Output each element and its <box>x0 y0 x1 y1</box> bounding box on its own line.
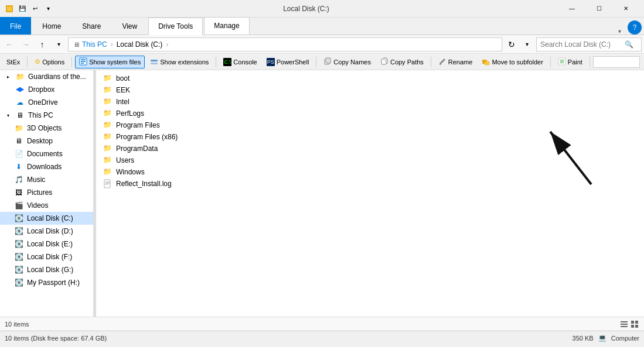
sidebar-item-documents[interactable]: 📄 Documents <box>0 147 93 160</box>
sidebar-item-diske[interactable]: 💽 Local Disk (E:) <box>0 238 93 250</box>
sidebar-label: Local Disk (E:) <box>27 240 73 248</box>
tab-manage[interactable]: Manage <box>204 17 249 35</box>
tab-share[interactable]: Share <box>72 17 111 35</box>
options-icon: ⚙ <box>35 58 40 66</box>
title-bar-icons <box>5 4 14 13</box>
undo-quick-btn[interactable]: ↩ <box>29 3 41 15</box>
maximize-button[interactable]: ☐ <box>585 0 612 18</box>
sidebar-item-downloads[interactable]: ⬇ Downloads <box>0 160 93 173</box>
address-path[interactable]: 🖥 This PC › Local Disk (C:) › <box>68 37 502 51</box>
ribbon-expand-btn[interactable]: ▾ <box>614 28 625 35</box>
search-box[interactable]: 🔍 <box>536 37 642 51</box>
sep3 <box>216 57 216 67</box>
sidebar-item-thispc[interactable]: ▾ 🖥 This PC <box>0 109 93 122</box>
tab-view[interactable]: View <box>112 17 147 35</box>
breadcrumb-thispc[interactable]: This PC <box>82 40 107 49</box>
file-item-intel[interactable]: 📁 Intel <box>96 96 644 108</box>
close-button[interactable]: ✕ <box>612 0 639 18</box>
sidebar-item-pictures[interactable]: 🖼 Pictures <box>0 186 93 199</box>
sidebar-item-dropbox[interactable]: Dropbox <box>0 83 93 96</box>
sidebar-item-videos[interactable]: 🎬 Videos <box>0 199 93 212</box>
save-quick-btn[interactable]: 💾 <box>16 3 28 15</box>
tab-drivetools[interactable]: Drive Tools <box>148 18 203 35</box>
file-name: EEK <box>116 86 130 94</box>
console-btn[interactable]: C:\ Console <box>219 56 261 68</box>
sidebar-label: Dropbox <box>28 85 54 94</box>
sidebar-item-diskd[interactable]: 💽 Local Disk (D:) <box>0 225 93 238</box>
paint-icon <box>558 57 566 67</box>
sidebar-item-diskg[interactable]: 💽 Local Disk (G:) <box>0 263 93 276</box>
breadcrumb-localdisk[interactable]: Local Disk (C:) <box>117 40 163 49</box>
file-name: ProgramData <box>116 145 158 153</box>
move-subfolder-icon <box>482 57 490 67</box>
minimize-button[interactable]: — <box>558 0 585 18</box>
options-btn[interactable]: ⚙ Options <box>30 56 69 68</box>
sidebar-item-passport[interactable]: 💽 My Passport (H:) <box>0 276 93 289</box>
file-name: boot <box>116 74 130 83</box>
sidebar-item-music[interactable]: 🎵 Music <box>0 173 93 186</box>
svg-rect-17 <box>631 321 634 324</box>
address-bar-actions: ↻ ▾ <box>505 37 534 51</box>
sidebar-item-diskc[interactable]: 💽 Local Disk (C:) <box>0 212 93 225</box>
sidebar-item-diskf[interactable]: 💽 Local Disk (F:) <box>0 250 93 263</box>
show-extensions-label: Show extensions <box>160 59 209 66</box>
title-bar: 💾 ↩ ▾ Local Disk (C:) — ☐ ✕ <box>0 0 644 18</box>
disk-icon: 💽 <box>14 278 23 287</box>
tab-home[interactable]: Home <box>32 17 71 35</box>
powershell-btn[interactable]: PS PowerShell <box>263 56 314 68</box>
file-item-programdata[interactable]: 📁 ProgramData <box>96 143 644 154</box>
file-item-boot[interactable]: 📁 boot <box>96 73 644 84</box>
sidebar-label: My Passport (H:) <box>27 279 80 287</box>
up-button[interactable]: ↑ <box>35 37 49 51</box>
recent-locations-btn[interactable]: ▾ <box>52 37 66 51</box>
stex-btn[interactable]: StEx <box>2 56 24 68</box>
sidebar-item-desktop[interactable]: 🖥 Desktop <box>0 135 93 147</box>
dropdown-quick-btn[interactable]: ▾ <box>42 3 54 15</box>
folder-icon: 📁 <box>103 85 113 95</box>
paint-btn[interactable]: Paint <box>554 56 587 68</box>
file-item-programfilesx86[interactable]: 📁 Program Files (x86) <box>96 131 644 143</box>
ribbon-tabs: File Home Share View Drive Tools Manage … <box>0 18 644 35</box>
downloads-icon: ⬇ <box>14 162 23 171</box>
help-button[interactable]: ? <box>628 20 642 35</box>
disk-icon: 💽 <box>14 239 23 249</box>
move-subfolder-label: Move to subfolder <box>492 59 543 66</box>
dropbox-icon <box>15 85 25 94</box>
sep7 <box>590 57 590 67</box>
file-item-perflogs[interactable]: 📁 PerfLogs <box>96 108 644 119</box>
breadcrumb-icon: 🖥 <box>73 41 80 48</box>
address-bar: ← → ↑ ▾ 🖥 This PC › Local Disk (C:) › ↻ … <box>0 35 644 54</box>
file-list: 📁 boot 📁 EEK 📁 Intel 📁 PerfLogs <box>96 70 644 192</box>
sidebar-item-onedrive[interactable]: ☁ OneDrive <box>0 96 93 109</box>
file-item-users[interactable]: 📁 Users <box>96 154 644 166</box>
search-input[interactable] <box>540 40 622 49</box>
sidebar-label: Music <box>27 176 45 184</box>
file-item-eek[interactable]: 📁 EEK <box>96 84 644 96</box>
file-item-windows[interactable]: 📁 Windows <box>96 166 644 178</box>
address-dropdown-btn[interactable]: ▾ <box>520 37 534 51</box>
forward-button[interactable]: → <box>19 37 33 51</box>
large-icons-view-icon[interactable] <box>630 319 639 329</box>
rename-btn[interactable]: Rename <box>434 56 477 68</box>
back-button[interactable]: ← <box>2 37 16 51</box>
file-item-reflect-install[interactable]: Reflect_Install.log <box>96 178 644 190</box>
details-view-icon[interactable] <box>619 319 629 329</box>
sidebar-item-3dobjects[interactable]: 📁 3D Objects <box>0 122 93 135</box>
file-item-programfiles[interactable]: 📁 Program Files <box>96 119 644 131</box>
copy-names-btn[interactable]: Copy Names <box>319 56 375 68</box>
computer-icon: 💻 <box>598 334 606 342</box>
toolbar-search-input[interactable] <box>593 56 640 68</box>
refresh-button[interactable]: ↻ <box>505 37 519 51</box>
status-bar: 10 items <box>0 317 644 331</box>
copy-paths-btn[interactable]: Copy Paths <box>376 56 428 68</box>
paint-label: Paint <box>568 59 582 66</box>
tab-file[interactable]: File <box>0 17 31 35</box>
sidebar-item-guardians[interactable]: ▸ 📁 Guardians of the... <box>0 70 93 83</box>
move-subfolder-btn[interactable]: Move to subfolder <box>478 56 547 68</box>
title-bar-path: Local Disk (C:) <box>54 5 558 13</box>
show-extensions-btn[interactable]: Show extensions <box>146 56 213 68</box>
show-system-btn[interactable]: Show system files <box>75 56 145 68</box>
sidebar-label: Local Disk (G:) <box>27 266 73 274</box>
svg-rect-18 <box>635 321 638 324</box>
sidebar-label: Guardians of the... <box>28 73 86 81</box>
